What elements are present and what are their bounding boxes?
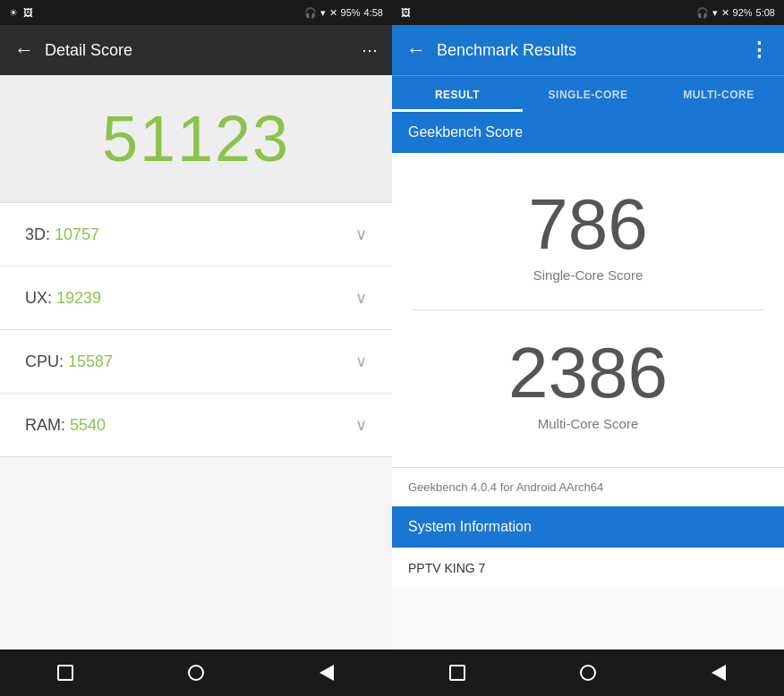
battery-right: 92%: [733, 7, 753, 18]
detail-label-cpu: CPU: 15587: [25, 352, 113, 371]
right-top-bar: ← Benchmark Results ⋮: [392, 25, 784, 75]
multi-core-label: Multi-Core Score: [538, 416, 639, 431]
headphone-icon: 🎧: [304, 7, 317, 19]
time-left: 4:58: [364, 7, 383, 18]
detail-label-ux: UX: 19239: [25, 289, 101, 308]
headphone-icon-right: 🎧: [696, 7, 709, 19]
detail-item-ux[interactable]: UX: 19239 ∨: [0, 267, 392, 330]
battery-left: 95%: [341, 7, 361, 18]
system-info-header: System Information: [392, 506, 784, 547]
score-divider: [412, 310, 764, 310]
detail-label-ram: RAM: 5540: [25, 416, 106, 435]
right-panel: 🖼 🎧 ▾ ✕ 92% 5:08 ← Benchmark Results ⋮ R…: [392, 0, 784, 696]
wifi-icon-right: ▾: [712, 7, 718, 19]
signal-blocked-icon: ✕: [329, 7, 337, 19]
detail-items-list: 3D: 10757 ∨ UX: 19239 ∨ CPU: 15587 ∨ RAM…: [0, 203, 392, 649]
right-status-bar: 🖼 🎧 ▾ ✕ 92% 5:08: [392, 0, 784, 25]
main-score-value: 51123: [102, 103, 290, 174]
left-panel: ☀ 🖼 🎧 ▾ ✕ 95% 4:58 ← Detail Score ⋯ 5112…: [0, 0, 392, 696]
right-title: Benchmark Results: [437, 41, 576, 60]
time-right: 5:08: [756, 7, 775, 18]
main-score-section: 51123: [0, 75, 392, 203]
home-button-right[interactable]: [561, 649, 615, 696]
back-button-right[interactable]: ←: [406, 38, 426, 62]
chevron-ux: ∨: [355, 288, 367, 308]
tab-result[interactable]: RESULT: [392, 76, 523, 112]
detail-item-3d[interactable]: 3D: 10757 ∨: [0, 203, 392, 267]
home-button-left[interactable]: [169, 649, 223, 696]
right-status-right: 🎧 ▾ ✕ 92% 5:08: [696, 7, 775, 19]
tab-multi-core[interactable]: MULTI-CORE: [653, 76, 784, 112]
photo-icon-right: 🖼: [401, 7, 411, 18]
geekbench-score-header: Geekbench Score: [392, 112, 784, 153]
more-options-icon[interactable]: ⋮: [749, 38, 770, 62]
chevron-cpu: ∨: [355, 352, 367, 371]
circle-icon-left: [188, 665, 204, 681]
right-nav-left: ← Benchmark Results: [406, 38, 576, 62]
signal-blocked-icon-right: ✕: [721, 7, 729, 19]
tab-single-core[interactable]: SINGLE-CORE: [523, 76, 653, 112]
single-core-block: 786 Single-Core Score: [392, 171, 784, 301]
left-status-right: 🎧 ▾ ✕ 95% 4:58: [304, 7, 383, 19]
left-status-bar: ☀ 🖼 🎧 ▾ ✕ 95% 4:58: [0, 0, 392, 25]
circle-icon-right: [580, 665, 596, 681]
footer-note: Geekbench 4.0.4 for Android AArch64: [392, 467, 784, 506]
tabs-bar: RESULT SINGLE-CORE MULTI-CORE: [392, 75, 784, 112]
sun-icon: ☀: [9, 7, 18, 19]
back-button-nav-left[interactable]: [300, 649, 354, 696]
scores-area: 786 Single-Core Score 2386 Multi-Core Sc…: [392, 153, 784, 467]
image-icon: 🖼: [23, 7, 33, 18]
square-icon-right: [449, 665, 465, 681]
detail-item-cpu[interactable]: CPU: 15587 ∨: [0, 330, 392, 394]
wifi-icon: ▾: [320, 7, 326, 19]
multi-core-score: 2386: [508, 337, 668, 409]
device-name-item: PPTV KING 7: [392, 547, 784, 588]
detail-item-ram[interactable]: RAM: 5540 ∨: [0, 394, 392, 457]
chevron-3d: ∨: [355, 225, 367, 244]
chevron-ram: ∨: [355, 415, 367, 435]
square-icon-left: [57, 665, 73, 681]
right-bottom-nav: [392, 649, 784, 696]
left-bottom-nav: [0, 649, 392, 696]
triangle-icon-right: [712, 665, 726, 681]
left-status-icons: ☀ 🖼: [9, 7, 33, 19]
single-core-score: 786: [528, 189, 647, 260]
single-core-label: Single-Core Score: [533, 267, 643, 283]
left-nav-left: ← Detail Score: [14, 38, 132, 62]
right-status-icons: 🖼: [401, 7, 411, 18]
back-button-nav-right[interactable]: [692, 649, 746, 696]
share-icon[interactable]: ⋯: [362, 40, 378, 60]
detail-label-3d: 3D: 10757: [25, 225, 99, 244]
left-title: Detail Score: [45, 41, 132, 60]
recent-apps-button-left[interactable]: [38, 649, 92, 696]
left-top-bar: ← Detail Score ⋯: [0, 25, 392, 75]
triangle-icon-left: [320, 665, 334, 681]
back-button-left[interactable]: ←: [14, 38, 34, 62]
multi-core-block: 2386 Multi-Core Score: [392, 319, 784, 449]
recent-apps-button-right[interactable]: [430, 649, 484, 696]
